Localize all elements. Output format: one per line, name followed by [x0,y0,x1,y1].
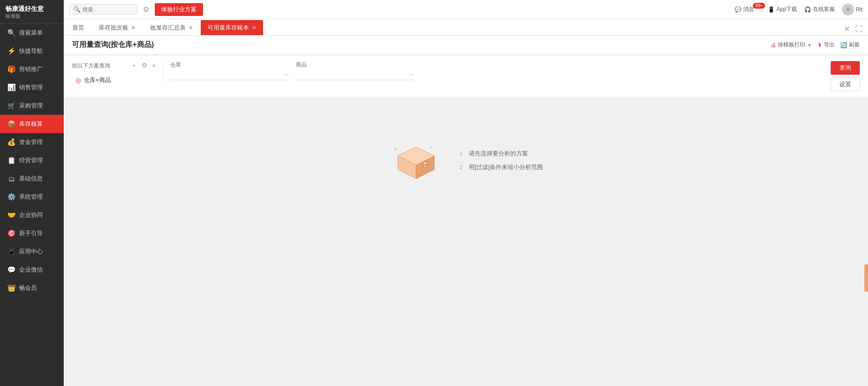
basic-icon: 🗂 [7,175,15,183]
avatar: R [842,4,854,15]
phone-icon: 📱 [768,6,775,13]
sidebar-label-finance: 资金管理 [19,138,43,146]
sidebar-label-wechat: 企业微信 [19,266,43,274]
close-tab-available-qty[interactable]: ✕ [252,25,256,31]
sidebar-item-purchase[interactable]: 🛒 采购管理 [0,97,64,115]
search-icon-topbar: 🔍 [73,6,81,13]
sidebar-item-basic[interactable]: 🗂 基础信息 [0,170,64,188]
close-tab-receipt-summary[interactable]: ✕ [188,25,193,31]
sidebar-label-sales: 销售管理 [19,83,43,92]
system-icon: ⚙️ [7,193,15,201]
warehouse-more-btn[interactable]: ··· [283,71,289,78]
sidebar-item-vip[interactable]: 👑 畅会员 [0,279,64,297]
sidebar-item-marketing[interactable]: 🎁 营销推广 [0,60,64,78]
operations-icon: 📋 [7,156,15,165]
sidebar-item-newbie[interactable]: 🎯 新手引导 [0,224,64,242]
scheme-actions: ＋ ⚙ « [129,61,157,70]
tab-batch-account[interactable]: 库存批次账 ✕ [92,20,142,35]
close-tab-batch-account[interactable]: ✕ [131,25,136,31]
service-label: 在线客服 [813,5,835,13]
tab-available-qty-label: 可用量库存账本 [208,24,249,32]
quick-nav-icon: ⚡ [7,47,15,55]
filter-scheme-panel: 按以下方案查询 ＋ ⚙ « ◎ 仓库+商品 [72,61,163,87]
main-area: 🔍 ⚙ 体验行业方案 💬 消息 99+ 📱 App下载 🎧 在线客服 R [64,0,868,386]
appstore-icon: 📱 [7,247,15,256]
user-menu[interactable]: R Rit [842,4,863,15]
print-dropdown-icon[interactable]: ▼ [807,42,812,48]
goods-input[interactable] [296,71,407,78]
svg-text:✦: ✦ [393,146,398,153]
settings-button[interactable]: 设置 [831,77,860,91]
scheme-header-label: 按以下方案查询 [72,62,110,70]
sidebar-item-finance[interactable]: 💰 资金管理 [0,133,64,151]
empty-tip-1: 1 请先选择要分析的方案 [457,149,543,158]
sidebar-label-newbie: 新手引导 [19,229,43,237]
warehouse-field-label: 仓库 [170,61,289,69]
logo-title: 畅康通好生意 [5,5,58,13]
empty-state: ✦ ✦ · 1 请先选择要分析的方案 2 用[过滤]条件来缩小分析范围 [64,133,868,188]
print-icon: 🖨 [771,42,776,48]
sidebar-item-system[interactable]: ⚙️ 系统管理 [0,188,64,206]
wechat-icon: 💬 [7,266,15,274]
sales-icon: 📊 [7,83,15,92]
topbar-search-box[interactable]: 🔍 [69,4,137,15]
filter-right: 查询 设置 [831,61,860,91]
tab-home[interactable]: 首页 [66,20,91,35]
refresh-icon: 🔄 [840,42,847,48]
sidebar-item-sales[interactable]: 📊 销售管理 [0,78,64,97]
message-btn[interactable]: 💬 消息 99+ [735,5,761,13]
tab-receipt-summary[interactable]: 收发存汇总表 ✕ [143,20,200,35]
sidebar-item-search[interactable]: 🔍 搜索菜单 [0,24,64,42]
warehouse-input-row: ··· [170,71,289,80]
gear-icon[interactable]: ⚙ [141,3,151,15]
logo-subtitle: 标准版 [5,13,58,20]
page-header-actions: 🖨 按模板打印 ▼ ⬆ 导出 🔄 刷新 [771,41,860,49]
scheme-item-warehouse-goods[interactable]: ◎ 仓库+商品 [72,74,157,87]
app-download-btn[interactable]: 📱 App下载 [768,5,797,13]
sidebar-item-inventory[interactable]: 📦 库存核算 [0,115,64,133]
search-icon: 🔍 [7,29,15,37]
sidebar-label-inventory: 库存核算 [19,120,43,128]
tip-num-1: 1 [457,149,465,158]
app-label: App下载 [777,5,797,13]
maximize-tab-icon[interactable]: ⛶ [853,23,864,35]
inventory-icon: 📦 [7,120,15,128]
collapse-scheme-btn[interactable]: « [151,61,157,70]
service-btn[interactable]: 🎧 在线客服 [804,5,835,13]
refresh-btn[interactable]: 🔄 刷新 [840,41,860,49]
message-icon: 💬 [735,6,741,13]
add-scheme-btn[interactable]: ＋ [129,61,138,70]
tabs-actions: ✕ ⛶ [838,23,868,35]
refresh-label: 刷新 [849,41,860,49]
right-edge-scrollbar[interactable] [864,264,868,292]
settings-scheme-btn[interactable]: ⚙ [140,61,149,70]
tip-text-2: 用[过滤]条件来缩小分析范围 [469,163,543,171]
goods-more-btn[interactable]: ··· [409,71,414,78]
topbar-right: 💬 消息 99+ 📱 App下载 🎧 在线客服 R Rit [735,4,863,15]
sidebar-item-operations[interactable]: 📋 经营管理 [0,151,64,170]
warehouse-goods-icon: ◎ [76,77,81,84]
tab-available-qty[interactable]: 可用量库存账本 ✕ [201,20,263,35]
sidebar-label-appstore: 应用中心 [19,247,43,256]
query-button[interactable]: 查询 [831,61,860,75]
filter-section: 按以下方案查询 ＋ ⚙ « ◎ 仓库+商品 仓库 [64,56,868,97]
export-icon: ⬆ [817,42,822,48]
warehouse-input[interactable] [170,71,281,78]
search-input[interactable] [82,6,128,13]
close-tab-icon[interactable]: ✕ [842,23,852,35]
sidebar-item-quick-nav[interactable]: ⚡ 快捷导航 [0,42,64,60]
sidebar-label-operations: 经营管理 [19,156,43,165]
service-icon: 🎧 [804,6,811,13]
sidebar-item-wechat[interactable]: 💬 企业微信 [0,261,64,279]
vip-icon: 👑 [7,284,15,292]
sidebar-item-appstore[interactable]: 📱 应用中心 [0,242,64,261]
export-btn[interactable]: ⬆ 导出 [817,41,835,49]
tab-receipt-summary-label: 收发存汇总表 [150,24,186,32]
industry-btn[interactable]: 体验行业方案 [155,3,203,16]
sidebar-label-vip: 畅会员 [19,284,37,292]
newbie-icon: 🎯 [7,229,15,237]
sidebar-label-marketing: 营销推广 [19,65,43,73]
sidebar-item-enterprise[interactable]: 🤝 企业协同 [0,206,64,224]
print-btn[interactable]: 🖨 按模板打印 ▼ [771,41,812,49]
sidebar-label-basic: 基础信息 [19,175,43,183]
